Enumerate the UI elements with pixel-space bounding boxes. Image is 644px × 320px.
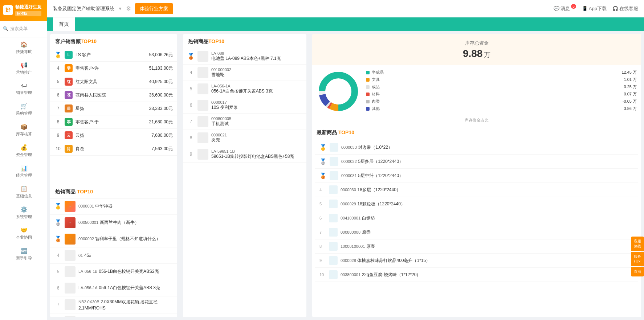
customer-ranking-title: 客户销售额TOP10 <box>50 34 177 48</box>
customer-name: 肖总 <box>76 146 148 152</box>
product-code: 000800005 <box>211 116 302 121</box>
legend-item-semifinished: 半成品 12.45 万 <box>366 70 637 75</box>
home-icon: 🏠 <box>20 41 28 48</box>
message-badge: 6 <box>571 4 576 9</box>
list-item: 🥇 ▪ 0000001 中华神器 <box>50 198 177 215</box>
list-item: 🥉 LA-089 电池盖 LA-089 ABS本色+黑种 7.1克 <box>183 48 306 65</box>
rank-badge: 云 <box>65 131 73 139</box>
rank-num: 6 <box>319 216 326 220</box>
rank-num: 8 <box>319 244 326 249</box>
donut-chart <box>317 70 360 113</box>
product-thumbnail <box>197 51 208 62</box>
sidebar-item-finance[interactable]: 💰 资金管理 <box>0 140 47 161</box>
content-panels: 客户销售额TOP10 🥇 L LS 客户 53,006.26元 4 零 零售客户… <box>47 31 644 320</box>
customer-amount: 33,333.00元 <box>149 106 173 112</box>
search-menu-btn[interactable]: 🔍 搜索菜单 <box>3 24 44 33</box>
np-thumbnail <box>329 242 338 251</box>
list-item: 4 001000002 雪地靴 <box>183 65 306 81</box>
system-icon: ⚙️ <box>20 206 28 213</box>
legend-item-material: 材料 0.07 万 <box>366 91 637 97</box>
list-item: 9 LA-59651-1B 59651-1B旋转投影灯电池盒ABS黑色+58壳 <box>183 146 306 163</box>
stock-value: 9.88 <box>463 48 483 59</box>
headset-icon: 🎧 <box>612 6 618 11</box>
table-row: 7 星 星扬 33,333.00元 <box>50 102 177 115</box>
product-info: 0000001 中华神器 <box>78 203 173 209</box>
list-item: 4 01 45# <box>50 247 177 264</box>
product-thumbnail <box>197 67 208 78</box>
np-info: 0000030 18多层（1220*2440） <box>341 187 634 193</box>
donut-svg <box>317 70 360 113</box>
list-item: 🥈 0000032 5层多层（1220*2440） <box>315 155 638 169</box>
product-thumbnail <box>65 250 76 261</box>
product-name: 雪地靴 <box>211 72 302 78</box>
customer-ranking-table: 🥇 L LS 客户 53,006.26元 4 零 零售客户-许 51,183.0… <box>50 48 177 181</box>
legend-dot <box>366 93 370 96</box>
sidebar-item-inventory[interactable]: 📦 库存核算 <box>0 120 47 140</box>
list-item: 5 LA-056-1A 056-1A白色按键开关盖ABS 3克 <box>183 81 306 97</box>
medal-bronze-icon: 🥉 <box>54 235 62 242</box>
customer-service-btn[interactable]: 客服 热线 <box>631 237 644 251</box>
np-thumbnail <box>330 157 338 166</box>
sidebar-item-guide[interactable]: 🆕 新手引导 <box>0 244 47 264</box>
np-thumbnail <box>329 214 338 222</box>
sidebar: 好 畅捷通好生意 标准版 🔍 搜索菜单 🏠 快捷导航 📢 营销推广 🏷 销售管理… <box>0 0 47 320</box>
rank-num: 4 <box>319 188 326 192</box>
app-download-btn[interactable]: 📱 App下载 <box>582 5 607 12</box>
message-icon: 💬 <box>554 6 559 11</box>
rank-num: 10 <box>54 146 62 151</box>
sidebar-item-marketing[interactable]: 📢 营销推广 <box>0 58 47 79</box>
hot-products-bottom-title: 热销商品 TOP10 <box>50 184 177 198</box>
donut-section: 半成品 12.45 万 文具 1.01 万 成品 0.25 万 <box>312 65 641 118</box>
stock-ratio-label: 库存资金占比 <box>312 118 641 126</box>
rank-num: 6 <box>187 103 195 108</box>
sidebar-item-quick-nav[interactable]: 🏠 快捷导航 <box>0 37 47 58</box>
sidebar-item-operations[interactable]: 📊 经营管理 <box>0 161 47 182</box>
rank-badge: 苍 <box>65 91 73 99</box>
rank-num: 9 <box>319 258 326 263</box>
customer-ranking-subtitle: TOP10 <box>81 38 97 44</box>
live-stream-btn[interactable]: 直播 <box>631 267 644 276</box>
tab-home[interactable]: 首页 <box>53 17 75 31</box>
list-item: 🥇 0000033 封边带（1.0*22） <box>315 140 638 155</box>
product-info: LA-59651-1B 59651-1B旋转投影灯电池盒ABS黑色+58壳 <box>211 149 302 160</box>
product-thumbnail <box>197 132 208 143</box>
sidebar-item-basic-info[interactable]: 📋 基础信息 <box>0 182 47 202</box>
sidebar-item-sales[interactable]: 🏷 销售管理 <box>0 79 47 99</box>
rank-num: 7 <box>187 119 195 124</box>
enterprise-icon: 🤝 <box>20 227 28 234</box>
list-item: 🥈 ▪ 000500001 新西兰牛肉（新牛） <box>50 215 177 231</box>
sidebar-item-system[interactable]: ⚙️ 系统管理 <box>0 202 47 223</box>
sidebar-item-purchase[interactable]: 🛒 采购管理 <box>0 99 47 120</box>
main-area: 装备及固定资产辅助管理系统 ▼ ⚙ 体验行业方案 💬 消息 6 📱 App下载 … <box>47 0 644 320</box>
list-item: 6 004100001 白钢垫 <box>315 211 638 225</box>
guide-icon: 🆕 <box>20 247 28 254</box>
settings-icon[interactable]: ⚙ <box>126 5 131 12</box>
rank-num: 5 <box>187 86 195 91</box>
np-info: 0000029 18颗粒板（1220*2440） <box>341 201 634 207</box>
sales-icon: 🏷 <box>21 82 27 89</box>
product-thumbnail <box>65 299 76 310</box>
product-info: 0000002 智利车子里（规格不知道填什么） <box>78 236 173 242</box>
customer-amount: 36,600.00元 <box>149 92 173 98</box>
medal-silver-icon: 🥈 <box>54 219 62 226</box>
sidebar-search[interactable]: 🔍 搜索菜单 <box>0 21 47 37</box>
table-row: 10 肖 肖总 7,563.00元 <box>50 142 177 156</box>
list-item: 8 10000100001 原壶 <box>315 239 638 254</box>
dropdown-arrow-icon[interactable]: ▼ <box>118 6 122 11</box>
product-info: LA-089 电池盖 LA-089 ABS本色+黑种 7.1克 <box>211 51 302 62</box>
cta-button[interactable]: 体验行业方案 <box>135 3 173 14</box>
product-info: 01 45# <box>78 253 173 258</box>
service-community-btn[interactable]: 服务 社区 <box>631 252 644 266</box>
sidebar-item-enterprise[interactable]: 🤝 企业协同 <box>0 223 47 244</box>
list-item: 5 LA-056-1B 056-1B白色按键开关壳ABS2壳 <box>50 264 177 280</box>
online-service-btn[interactable]: 🎧 在线客服 <box>612 5 638 12</box>
list-item: 10 003800001 22g鱼豆腐-烧烤味（1*12*20） <box>315 268 638 282</box>
donut-legend: 半成品 12.45 万 文具 1.01 万 成品 0.25 万 <box>366 70 637 113</box>
medal-bronze-icon: 🥉 <box>319 172 327 179</box>
hot-products-center-table: 🥉 LA-089 电池盖 LA-089 ABS本色+黑种 7.1克 4 0010… <box>183 48 306 317</box>
message-btn[interactable]: 💬 消息 6 <box>554 5 576 12</box>
rank-badge: L <box>65 51 73 59</box>
np-thumbnail <box>329 256 338 265</box>
list-item: 8 0000021 夹壳 <box>183 130 306 146</box>
np-info: 0000033 封边带（1.0*22） <box>341 144 634 151</box>
